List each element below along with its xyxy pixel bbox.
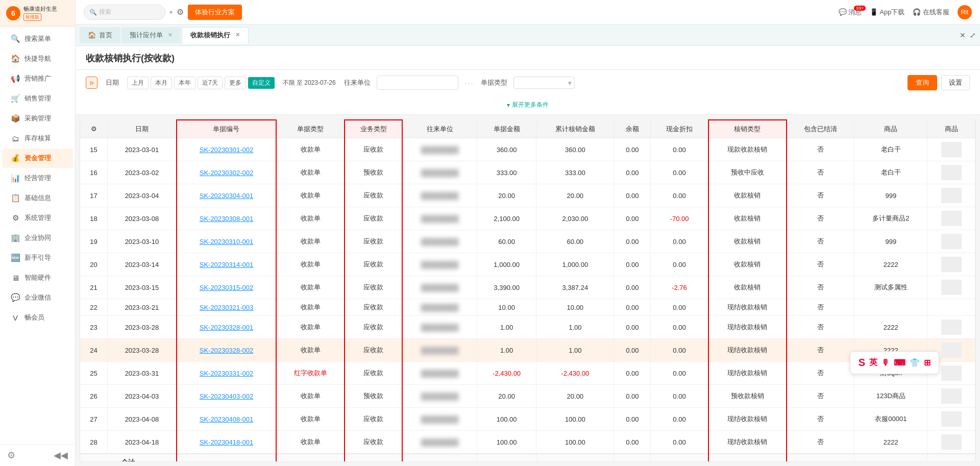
- counterparty-input[interactable]: [377, 76, 458, 90]
- sidebar-item-purchase[interactable]: 📦 采购管理: [2, 109, 73, 128]
- col-balance: 余额: [614, 120, 651, 138]
- row-include-cleared: 否: [787, 207, 854, 230]
- row-date: 2023-04-03: [108, 385, 177, 408]
- sidebar-item-label-sales: 销售管理: [24, 94, 51, 103]
- row-date: 2023-04-18: [108, 431, 177, 454]
- collapse-sidebar-icon[interactable]: ◀◀: [54, 450, 68, 461]
- row-doc-no: SK-20230315-002: [177, 276, 277, 299]
- row-include-cleared: 否: [787, 385, 854, 408]
- content-wrapper: 收款核销执行(按收款) 📤 导出 🔄 刷新 » 日期 上月 本月 本年 近7天 …: [76, 46, 980, 466]
- tabbar-right: ✕ ⤢: [960, 31, 976, 39]
- row-counterparty: ████████: [402, 362, 477, 385]
- row-include-cleared: 否: [787, 316, 854, 339]
- custom-date-button[interactable]: 自定义: [248, 77, 275, 89]
- row-verified: 60.00: [536, 230, 614, 253]
- query-button[interactable]: 查询: [908, 75, 937, 90]
- row-biz-type: 应收款: [345, 230, 403, 253]
- row-date: 2023-04-08: [108, 408, 177, 431]
- row-no: 21: [80, 276, 108, 299]
- sidebar-item-sales[interactable]: 🛒 销售管理: [2, 89, 73, 108]
- sidebar-item-quick-nav[interactable]: 🏠 快捷导航: [2, 49, 73, 68]
- doc-no-link[interactable]: SK-20230301-002: [200, 146, 254, 154]
- sidebar-item-enterprise[interactable]: 🏢 企业协同: [2, 228, 73, 248]
- sidebar-item-finance[interactable]: 💰 资金管理: [2, 149, 73, 168]
- sidebar-item-operation[interactable]: 📊 经营管理: [2, 168, 73, 188]
- industry-solution-button[interactable]: 体验行业方案: [188, 5, 242, 20]
- keyboard-icon[interactable]: ⌨: [894, 358, 905, 367]
- sidebar-item-member[interactable]: V 畅会员: [2, 308, 73, 327]
- row-biz-type: 应收款: [345, 299, 403, 316]
- doc-no-link[interactable]: SK-20230304-001: [200, 192, 254, 200]
- message-badge[interactable]: 💬 消息 99+: [839, 8, 862, 17]
- tab-home[interactable]: 🏠 首页: [80, 27, 120, 43]
- sidebar-item-basic-info[interactable]: 📋 基础信息: [2, 188, 73, 208]
- app-download-link[interactable]: 📱 App下载: [870, 8, 904, 17]
- last-7days-button[interactable]: 近7天: [198, 77, 223, 89]
- grid-icon[interactable]: ⊞: [924, 358, 930, 367]
- col-settings[interactable]: ⚙: [80, 120, 108, 138]
- gear-topbar-icon[interactable]: ⚙: [177, 7, 184, 17]
- row-date: 2023-03-01: [108, 138, 177, 161]
- counterparty-filter-label: 往来单位: [344, 78, 371, 87]
- filter-toggle-button[interactable]: »: [86, 77, 97, 89]
- sidebar-item-guide[interactable]: 🆕 新手引导: [2, 248, 73, 267]
- close-tab-button[interactable]: ✕: [960, 31, 966, 39]
- online-support-link[interactable]: 🎧 在线客服: [913, 8, 949, 17]
- brand-logo-icon: S: [859, 357, 865, 369]
- receipt-type-select[interactable]: [513, 77, 575, 89]
- sales-icon: 🛒: [10, 94, 20, 103]
- doc-no-link[interactable]: SK-20230315-002: [200, 284, 254, 291]
- row-include-cleared: 否: [787, 161, 854, 184]
- more-date-button[interactable]: 更多: [225, 77, 246, 89]
- row-verify-type: 收款核销: [708, 253, 787, 276]
- doc-no-link[interactable]: SK-20230328-001: [200, 324, 254, 331]
- col-include-cleared: 包含已结清: [787, 120, 854, 138]
- doc-no-link[interactable]: SK-20230308-001: [200, 215, 254, 223]
- this-month-button[interactable]: 本月: [151, 77, 172, 89]
- doc-no-link[interactable]: SK-20230314-001: [200, 261, 254, 268]
- sidebar-item-hardware[interactable]: 🖥 智能硬件: [2, 268, 73, 287]
- close-collection-tab-icon[interactable]: ✕: [235, 32, 240, 38]
- system-icon: ⚙: [10, 213, 20, 223]
- settings-footer-icon[interactable]: ⚙: [7, 450, 15, 461]
- row-doc-type: 收款单: [276, 161, 344, 184]
- counterparty-cell: ████████: [421, 215, 459, 223]
- row-no: 25: [80, 362, 108, 385]
- date-range-display: 不限 至 2023-07-26: [283, 79, 336, 87]
- sidebar-item-search[interactable]: 🔍 搜索菜单: [2, 29, 73, 48]
- shirt-icon[interactable]: 👕: [910, 358, 920, 367]
- row-verify-type: 现结收款核销: [708, 362, 787, 385]
- mic-icon[interactable]: 🎙: [881, 358, 890, 367]
- close-prepayment-tab-icon[interactable]: ✕: [168, 32, 173, 38]
- doc-no-link[interactable]: SK-20230302-002: [200, 169, 254, 177]
- sidebar-item-wechat[interactable]: 💬 企业微信: [2, 288, 73, 307]
- row-counterparty: ████████: [402, 408, 477, 431]
- row-product2: [927, 276, 975, 299]
- tab-pre-payment[interactable]: 预计应付单 ✕: [121, 27, 181, 43]
- last-month-button[interactable]: 上月: [127, 77, 149, 89]
- date-filter-label: 日期: [106, 78, 119, 87]
- doc-no-link[interactable]: SK-20230321-003: [200, 304, 254, 311]
- doc-no-link[interactable]: SK-20230328-002: [200, 347, 254, 354]
- doc-no-link[interactable]: SK-20230310-001: [200, 238, 254, 246]
- user-avatar[interactable]: Rit: [958, 5, 972, 19]
- this-year-button[interactable]: 本年: [174, 77, 195, 89]
- row-doc-no: SK-20230328-002: [177, 339, 277, 362]
- maximize-tab-button[interactable]: ⤢: [970, 31, 976, 39]
- sidebar-item-system[interactable]: ⚙ 系统管理: [2, 208, 73, 228]
- settings-button[interactable]: 设置: [941, 75, 970, 90]
- expand-filter-button[interactable]: ▾ 展开更多条件: [507, 101, 549, 109]
- row-doc-type: 收款单: [276, 253, 344, 276]
- dropdown-arrow-icon[interactable]: ▾: [169, 9, 173, 16]
- doc-no-link[interactable]: SK-20230408-001: [200, 415, 254, 423]
- topbar-right: 💬 消息 99+ 📱 App下载 🎧 在线客服 Rit: [839, 5, 972, 19]
- sidebar-item-inventory[interactable]: 🗂 库存核算: [2, 129, 73, 148]
- logo-icon: 6: [6, 6, 20, 20]
- row-amount: -2,430.00: [477, 362, 536, 385]
- sidebar-item-marketing[interactable]: 📢 营销推广: [2, 69, 73, 88]
- tab-home-label: 首页: [99, 31, 112, 40]
- tab-collection-verify[interactable]: 收款核销执行 ✕: [182, 27, 249, 43]
- doc-no-link[interactable]: SK-20230418-001: [200, 438, 254, 446]
- doc-no-link[interactable]: SK-20230403-002: [200, 393, 254, 400]
- doc-no-link[interactable]: SK-20230331-002: [200, 370, 254, 377]
